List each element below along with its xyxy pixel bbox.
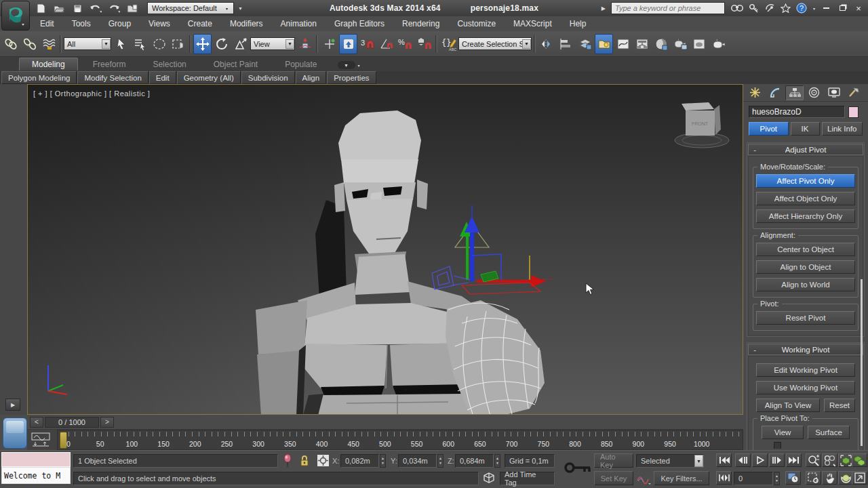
ribbon-tab-selection[interactable]: Selection xyxy=(140,58,198,70)
reset-working-pivot-button[interactable]: Reset xyxy=(824,399,855,412)
maximize-viewport-icon[interactable] xyxy=(852,471,867,485)
adaptive-degradation-icon[interactable] xyxy=(483,472,495,485)
hierarchy-tab-icon[interactable] xyxy=(785,85,804,100)
current-frame-field[interactable]: 0 xyxy=(734,472,773,485)
object-color-swatch[interactable] xyxy=(848,106,859,118)
next-frame-slider-button[interactable]: > xyxy=(100,417,114,428)
window-crossing-icon[interactable] xyxy=(169,34,187,54)
select-manipulate-icon[interactable] xyxy=(320,34,338,54)
select-region-icon[interactable] xyxy=(150,34,168,54)
menu-item[interactable]: Create xyxy=(179,19,221,28)
ribbon-tab-object-paint[interactable]: Object Paint xyxy=(201,58,270,70)
ribbon-section-button[interactable]: Subdivision xyxy=(241,71,295,84)
place-pivot-view-button[interactable]: View xyxy=(762,426,804,439)
menu-item[interactable]: Views xyxy=(140,19,179,28)
percent-snap-icon[interactable]: % xyxy=(396,34,414,54)
utilities-tab-icon[interactable] xyxy=(844,85,863,100)
snap-toggle-icon[interactable]: 3 xyxy=(358,34,376,54)
render-production-icon[interactable] xyxy=(709,34,727,54)
unlink-icon[interactable] xyxy=(20,34,39,54)
center-to-object-button[interactable]: Center to Object xyxy=(756,243,855,256)
help-dropdown-arrow[interactable]: ▾ xyxy=(813,6,815,11)
zoom-all-icon[interactable] xyxy=(822,453,837,467)
z-spinner[interactable]: ▲▼ xyxy=(494,454,500,468)
object-name-field[interactable]: huesoBrazoD xyxy=(749,106,845,118)
maxscript-mini-listener[interactable]: Welcome to M xyxy=(1,467,71,484)
schematic-view-icon[interactable] xyxy=(633,34,651,54)
graphite-toggle-icon[interactable] xyxy=(595,34,613,54)
set-keys-icon[interactable] xyxy=(564,459,593,481)
select-link-icon[interactable] xyxy=(1,34,20,54)
ribbon-section-button[interactable]: Polygon Modeling xyxy=(1,71,77,84)
go-end-icon[interactable] xyxy=(786,453,802,467)
new-scene-icon[interactable] xyxy=(34,2,47,14)
undo-icon[interactable] xyxy=(89,2,102,14)
communication-icon[interactable] xyxy=(765,3,775,13)
menu-item[interactable]: Edit xyxy=(31,19,63,28)
reset-pivot-button[interactable]: Reset Pivot xyxy=(756,311,855,325)
menu-item[interactable]: Modifiers xyxy=(221,19,272,28)
time-config-icon[interactable] xyxy=(785,471,801,485)
ribbon-section-button[interactable]: Geometry (All) xyxy=(177,71,241,84)
collapse-icon[interactable]: - xyxy=(749,146,761,154)
timeline-ruler[interactable]: 0501001502002503003504004505005506006507… xyxy=(57,430,743,450)
project-folder-icon[interactable] xyxy=(125,2,139,14)
move-icon[interactable] xyxy=(193,34,212,54)
menu-item[interactable]: Rendering xyxy=(393,19,448,28)
manage-layers-icon[interactable] xyxy=(576,34,594,54)
tangent-icon[interactable] xyxy=(636,471,651,486)
modify-tab-icon[interactable] xyxy=(766,85,784,100)
lock-icon[interactable] xyxy=(300,455,309,468)
material-editor-icon[interactable] xyxy=(652,34,670,54)
toolbar-flyout-icon[interactable]: ▶ xyxy=(601,5,606,12)
sign-in-key-icon[interactable] xyxy=(749,3,760,13)
affect-hierarchy-only-button[interactable]: Affect Hierarchy Only xyxy=(756,209,855,223)
mirror-icon[interactable] xyxy=(538,34,556,54)
viewport-layout-flyout-icon[interactable]: ▶ xyxy=(5,399,20,411)
selection-filter-dropdown[interactable]: All▼ xyxy=(64,37,111,50)
link-info-mode-button[interactable]: Link Info xyxy=(822,122,863,136)
affect-pivot-only-button[interactable]: Affect Pivot Only xyxy=(756,174,855,188)
ribbon-section-button[interactable]: Modify Selection xyxy=(77,71,148,84)
move-gizmo-icon[interactable] xyxy=(432,205,553,294)
open-file-icon[interactable] xyxy=(52,2,66,14)
select-by-name-icon[interactable] xyxy=(131,34,149,54)
spinner-snap-icon[interactable] xyxy=(415,34,433,54)
previous-frame-slider-button[interactable]: < xyxy=(30,417,43,428)
search-icon[interactable] xyxy=(730,3,744,13)
go-start-icon[interactable] xyxy=(716,453,732,467)
ribbon-section-button[interactable]: Edit xyxy=(149,71,176,84)
next-frame-icon[interactable] xyxy=(769,453,785,467)
y-coordinate-field[interactable]: 0,034m xyxy=(398,454,437,468)
selection-set-dropdown[interactable]: Create Selection Set▼ xyxy=(458,37,532,50)
x-spinner[interactable]: ▲▼ xyxy=(380,454,386,468)
selection-filter-arrow[interactable]: ▼ xyxy=(102,39,111,49)
application-menu-button[interactable] xyxy=(1,1,30,30)
ribbon-tab-freeform[interactable]: Freeform xyxy=(81,58,138,70)
z-coordinate-field[interactable]: 0,684m xyxy=(455,454,494,468)
pivot-center-icon[interactable] xyxy=(296,34,314,54)
macro-recorder-field[interactable] xyxy=(1,452,71,467)
prev-frame-icon[interactable] xyxy=(735,453,751,467)
display-tab-icon[interactable] xyxy=(825,85,843,100)
open-mini-curve-icon[interactable] xyxy=(31,432,52,449)
restore-button[interactable] xyxy=(837,3,848,13)
x-coordinate-field[interactable]: 0,082m xyxy=(340,454,379,468)
affect-object-only-button[interactable]: Affect Object Only xyxy=(756,192,855,205)
use-working-pivot-button[interactable]: Use Working Pivot xyxy=(756,381,855,394)
viewport[interactable]: [ + ] [ Orthographic ] [ Realistic ] xyxy=(27,84,743,415)
ribbon-options-arrow[interactable]: ▾ xyxy=(358,63,360,68)
align-checkbox[interactable] xyxy=(774,442,781,449)
menu-item[interactable]: Graph Editors xyxy=(326,19,393,28)
zoom-extents-all-icon[interactable] xyxy=(852,453,867,467)
adjust-pivot-header[interactable]: - Adjust Pivot xyxy=(748,144,863,155)
ik-mode-button[interactable]: IK xyxy=(791,122,820,136)
motion-tab-icon[interactable] xyxy=(805,85,823,100)
region-zoom-icon[interactable] xyxy=(806,471,821,485)
align-to-world-button[interactable]: Align to World xyxy=(756,278,855,291)
ribbon-section-button[interactable]: Properties xyxy=(327,71,376,84)
viewcube-icon[interactable]: FRONT xyxy=(675,102,729,148)
search-input[interactable] xyxy=(611,2,725,14)
rotate-icon[interactable] xyxy=(212,34,231,54)
pin-icon[interactable] xyxy=(283,454,292,469)
